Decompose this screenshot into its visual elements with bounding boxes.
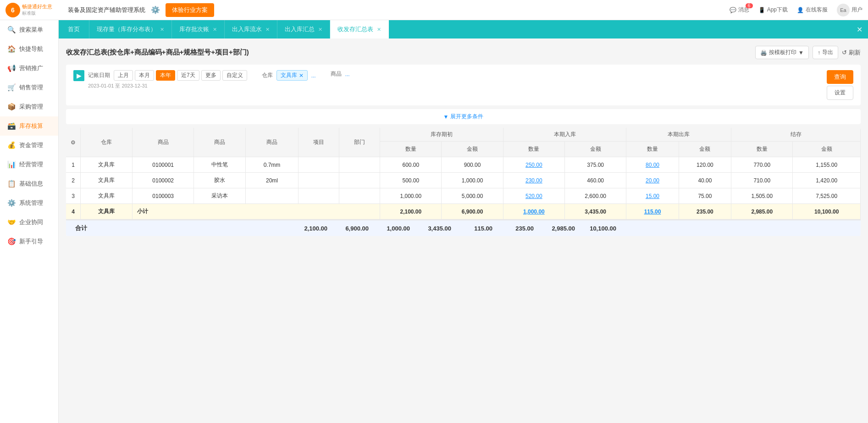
warehouse-tag[interactable]: 文具库 ✕: [276, 70, 308, 81]
sidebar-item-enterprise[interactable]: 🤝 企业协同: [0, 213, 58, 232]
tab-label: 出入库流水: [232, 25, 262, 33]
tab-home[interactable]: 首页: [59, 20, 89, 38]
logo-area: 6 畅捷通好生意 标准版: [6, 3, 64, 17]
footer-qty-bal: 2,985.00: [538, 225, 580, 232]
sidebar-menu: 🔍 搜索菜单 🏠 快捷导航 📢 营销推广 🛒 销售管理 📦 采购管: [0, 20, 58, 423]
sidebar-item-label: 系统管理: [19, 199, 43, 207]
row-qty-in[interactable]: 520.00: [503, 188, 564, 204]
newbie-icon: 🎯: [7, 237, 16, 246]
sidebar-item-label: 资金管理: [19, 141, 43, 149]
app-name: 畅捷通好生意: [22, 3, 52, 10]
row-qty-in[interactable]: 1,000.00: [503, 204, 564, 220]
settings-icon-btn[interactable]: ⚙️: [151, 5, 160, 14]
tab-inventory-dist[interactable]: 现存量（库存分布表） ✕: [89, 20, 172, 38]
row-qty-init: 600.00: [380, 157, 442, 173]
sidebar-item-operation[interactable]: 📊 经营管理: [0, 155, 58, 174]
row-qty-out[interactable]: 115.00: [626, 204, 679, 220]
date-this-month[interactable]: 本月: [135, 70, 154, 81]
footer-amt-in: 3,435.00: [415, 225, 456, 232]
col-settings-th[interactable]: ⚙: [66, 128, 81, 157]
sidebar-item-purchase[interactable]: 📦 采购管理: [0, 97, 58, 116]
row-qty-out[interactable]: 80.00: [626, 157, 679, 173]
row-qty-init: 500.00: [380, 173, 442, 188]
tab-close-icon[interactable]: ✕: [160, 27, 164, 33]
date-last-month[interactable]: 上月: [114, 70, 133, 81]
col-name-th: 商品: [194, 128, 246, 157]
row-dept: [339, 173, 380, 188]
sidebar-item-label: 经营管理: [19, 160, 43, 169]
sidebar-item-sales[interactable]: 🛒 销售管理: [0, 78, 58, 97]
basic-icon: 📋: [7, 180, 16, 188]
row-subtotal-label: 小计: [133, 204, 380, 220]
experience-btn[interactable]: 体验行业方案: [166, 3, 214, 17]
system-title: 装备及固定资产辅助管理系统: [68, 6, 145, 14]
row-qty-in[interactable]: 230.00: [503, 173, 564, 188]
date-this-year[interactable]: 本年: [156, 70, 175, 81]
home-icon: 🏠: [7, 45, 16, 53]
sidebar-item-newbie[interactable]: 🎯 新手引导: [0, 232, 58, 251]
tab-flow[interactable]: 出入库流水 ✕: [225, 20, 277, 38]
col-project-th: 项目: [298, 128, 339, 157]
filter-toggle-btn[interactable]: ▶: [73, 70, 84, 81]
tab-close-icon[interactable]: ✕: [265, 27, 270, 33]
sub-amt-bal-th: 金额: [793, 142, 861, 157]
sidebar-item-basic[interactable]: 📋 基础信息: [0, 174, 58, 193]
date-more[interactable]: 更多: [201, 70, 221, 81]
tab-batch[interactable]: 库存批次账 ✕: [172, 20, 225, 38]
sub-qty-in-th: 数量: [503, 142, 564, 157]
print-icon: 🖨️: [760, 49, 767, 56]
row-qty-bal: 770.00: [731, 157, 793, 173]
tab-bar-close-btn[interactable]: ✕: [851, 25, 868, 34]
table-footer: 合计 2,100.00 6,900.00 1,000.00 3,435.00 1…: [66, 220, 861, 236]
online-service-btn[interactable]: 👤 在线客服: [797, 6, 828, 14]
row-qty-out[interactable]: 15.00: [626, 188, 679, 204]
sidebar-item-label: 基础信息: [19, 180, 43, 188]
sales-icon: 🛒: [7, 83, 16, 92]
group-in-th: 本期入库: [503, 128, 626, 142]
tab-home-label: 首页: [68, 25, 80, 33]
row-amt-init: 1,000.00: [442, 173, 503, 188]
page-header: 收发存汇总表(按仓库+商品编码+商品+规格型号+项目+部门) 🖨️ 按模板打印 …: [66, 46, 861, 59]
filter-settings-btn[interactable]: 设置: [827, 86, 853, 100]
sidebar-item-finance[interactable]: 💰 资金管理: [0, 136, 58, 155]
date-custom[interactable]: 自定义: [222, 70, 247, 81]
date-filter-label: 记账日期: [88, 71, 110, 79]
date-7days[interactable]: 近7天: [177, 70, 199, 81]
table-row: 3: [66, 188, 81, 204]
row-project: [298, 157, 339, 173]
row-code: 0100001: [133, 157, 194, 173]
warehouse-more-btn[interactable]: ...: [311, 72, 316, 79]
row-qty-out[interactable]: 20.00: [626, 173, 679, 188]
tab-receive-summary[interactable]: 收发存汇总表 ✕: [330, 20, 389, 38]
print-btn[interactable]: 🖨️ 按模板打印 ▼: [755, 46, 809, 59]
footer-amt-init: 6,900.00: [332, 225, 373, 232]
message-icon: 💬: [730, 7, 736, 13]
tab-label: 库存批次账: [179, 25, 209, 33]
product-more-btn[interactable]: ...: [345, 71, 350, 77]
message-btn[interactable]: 💬 消息 6: [730, 6, 749, 14]
warehouse-label: 仓库: [262, 71, 273, 79]
sidebar-item-marketing[interactable]: 📢 营销推广: [0, 59, 58, 78]
tab-close-icon[interactable]: ✕: [318, 27, 322, 33]
footer-qty-init: 2,100.00: [291, 225, 332, 232]
table-row: 1: [66, 157, 81, 173]
query-btn[interactable]: 查询: [827, 70, 853, 84]
sidebar-item-system[interactable]: ⚙️ 系统管理: [0, 193, 58, 213]
row-qty-bal: 710.00: [731, 173, 793, 188]
tab-summary-inout[interactable]: 出入库汇总 ✕: [277, 20, 330, 38]
sidebar-item-search[interactable]: 🔍 搜索菜单: [0, 20, 58, 39]
col-spec-th: 商品: [246, 128, 298, 157]
app-download-btn[interactable]: 📱 App下载: [758, 6, 788, 14]
tab-close-icon[interactable]: ✕: [213, 27, 217, 33]
tab-close-icon[interactable]: ✕: [377, 27, 381, 33]
expand-more-btn[interactable]: ▼ 展开更多条件: [66, 109, 861, 124]
sidebar-item-quick-nav[interactable]: 🏠 快捷导航: [0, 39, 58, 59]
export-btn[interactable]: ↑ 导出: [813, 46, 838, 59]
sidebar-item-inventory[interactable]: 🗃️ 库存核算: [0, 116, 58, 136]
footer-amt-bal: 10,100.00: [580, 225, 621, 232]
col-warehouse-th: 仓库: [81, 128, 133, 157]
row-qty-in[interactable]: 250.00: [503, 157, 564, 173]
user-menu[interactable]: Ea 用户: [837, 4, 862, 16]
remove-warehouse-icon[interactable]: ✕: [299, 72, 304, 79]
refresh-btn[interactable]: ↺ 刷新: [842, 49, 861, 57]
